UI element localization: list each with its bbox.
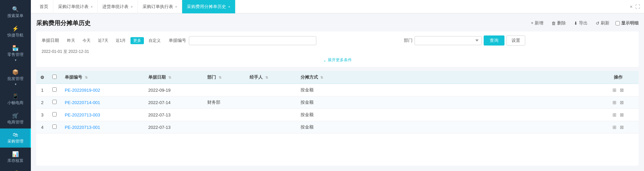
doc-num-link[interactable]: PE-20220713-001: [65, 125, 100, 130]
tab-close-icon[interactable]: ×: [91, 5, 93, 9]
arrow-icon: ▾: [15, 58, 16, 62]
sidebar-item-wholesale[interactable]: 📦批发管理 ▾: [0, 66, 31, 90]
more-ops-icon[interactable]: ⊠: [620, 112, 624, 117]
sort-dept-icon[interactable]: ⇅: [219, 76, 221, 79]
row-ops: ⊞ ⊠: [598, 84, 639, 96]
sidebar-item-label: 库存核算: [1, 158, 30, 164]
sidebar-item-inventory[interactable]: 📊库存核算: [0, 148, 31, 167]
row-checkbox[interactable]: [52, 87, 57, 92]
tab-purchase-order-stat[interactable]: 采购订单统计表×: [53, 0, 98, 13]
row-split-method: 按金额: [297, 109, 598, 121]
show-cols-checkbox[interactable]: 显示明细: [615, 20, 639, 26]
row-checkbox[interactable]: [52, 112, 57, 116]
more-ops-icon[interactable]: ⊠: [620, 87, 624, 93]
edit-icon[interactable]: ⊞: [612, 100, 616, 105]
window-close-icon[interactable]: ×: [630, 4, 633, 9]
date-btn-custom[interactable]: 自定义: [146, 37, 163, 44]
row-doc-num: PE-20220713-001: [61, 121, 144, 134]
sort-doc-date-icon[interactable]: ⇅: [168, 76, 171, 79]
doc-num-link[interactable]: PE-20220713-003: [65, 112, 100, 117]
page-title: 采购费用分摊单历史: [36, 19, 91, 27]
row-handler: [246, 121, 296, 134]
row-handler: [246, 96, 296, 109]
more-ops-icon[interactable]: ⊠: [620, 100, 624, 105]
window-max-icon[interactable]: ⛶: [635, 4, 640, 9]
main-area: 首页采购订单统计表×进货单统计表×采购订单执行表×采购费用分摊单历史× × ⛶ …: [31, 0, 644, 171]
row-dept: [203, 109, 246, 121]
tab-label: 采购费用分摊单历史: [187, 4, 226, 10]
sort-split-icon[interactable]: ⇅: [320, 76, 323, 79]
sidebar-item-purchase[interactable]: 🛍采购管理: [0, 129, 31, 148]
dept-filter: 部门 查询 设置: [404, 35, 633, 46]
row-checkbox[interactable]: [52, 100, 57, 104]
date-btn-more[interactable]: 更多: [130, 37, 144, 44]
export-button[interactable]: ⬇ 导出: [572, 19, 590, 27]
row-doc-date: 2022-09-19: [144, 84, 203, 96]
tab-label: 采购订单统计表: [58, 4, 89, 10]
sidebar-item-mobile[interactable]: 📱小畅电商: [0, 90, 31, 109]
filter-bar: 单据日期 昨天 今天 近7天 近1月 更多 自定义 单据编号 部门: [36, 31, 639, 67]
col-doc-date: 单据日期 ⇅: [144, 71, 203, 84]
table-container: ⚙ 单据编号 ⇅ 单据日期 ⇅ 部门: [36, 71, 639, 166]
show-cols-input[interactable]: [615, 21, 620, 25]
chevron-down-icon: ⌄: [323, 58, 326, 63]
more-ops-icon[interactable]: ⊠: [620, 124, 624, 130]
edit-icon[interactable]: ⊞: [612, 112, 616, 117]
date-btn-1month[interactable]: 近1月: [113, 37, 129, 44]
table-row: 3 PE-20220713-003 2022-07-13 按金额 ⊞ ⊠: [36, 109, 639, 121]
row-split-method: 按金额: [297, 84, 598, 96]
expand-row: ⌄ 展开更多条件: [42, 57, 633, 63]
date-btn-yesterday[interactable]: 昨天: [64, 37, 78, 44]
sort-doc-num-icon[interactable]: ⇅: [85, 76, 88, 79]
sidebar-item-quicknav[interactable]: ⚡快捷导航: [0, 22, 31, 41]
tab-label: 采购订单执行表: [143, 4, 173, 10]
dept-select[interactable]: [415, 36, 482, 45]
col-ops: 操作: [598, 71, 639, 84]
tab-goods-in-stat[interactable]: 进货单统计表×: [98, 0, 138, 13]
doc-num-filter: 单据编号: [169, 36, 398, 45]
table-row: 2 PE-20220714-001 2022-07-14 财务部 按金额 ⊞ ⊠: [36, 96, 639, 109]
col-dept: 部门 ⇅: [203, 71, 246, 84]
sidebar-item-label: 搜索菜单: [1, 13, 30, 19]
row-checkbox-cell: [48, 109, 61, 121]
tab-close-icon[interactable]: ×: [175, 5, 177, 9]
sidebar-item-finance[interactable]: 💰资金管理: [0, 167, 31, 171]
tab-home[interactable]: 首页: [35, 0, 53, 13]
date-range-text: 2022-01-01 至 2022-12-31: [42, 49, 89, 55]
tab-close-icon[interactable]: ×: [130, 5, 132, 9]
search-icon: 🔍: [1, 6, 30, 12]
row-checkbox[interactable]: [52, 124, 57, 129]
mobile-icon: 📱: [1, 93, 30, 99]
row-dept: [203, 84, 246, 96]
row-settings: 4: [36, 121, 48, 134]
sidebar-item-retail[interactable]: 🏪零售管理 ▾: [0, 41, 31, 66]
date-btn-today[interactable]: 今天: [80, 37, 93, 44]
row-checkbox-cell: [48, 84, 61, 96]
tab-close-icon[interactable]: ×: [228, 5, 230, 9]
delete-button[interactable]: 🗑 删除: [549, 19, 568, 27]
sidebar-item-search[interactable]: 🔍搜索菜单: [0, 3, 31, 22]
col-settings[interactable]: ⚙: [36, 71, 48, 84]
select-all-checkbox[interactable]: [52, 75, 57, 79]
row-handler: [246, 109, 296, 121]
settings-button[interactable]: 设置: [506, 35, 525, 46]
doc-num-link[interactable]: PE-20220919-002: [65, 88, 100, 93]
tab-purchase-fee-history[interactable]: 采购费用分摊单历史×: [182, 0, 235, 13]
row-handler: [246, 84, 296, 96]
wholesale-icon: 📦: [1, 69, 30, 75]
edit-icon[interactable]: ⊞: [612, 124, 616, 130]
sidebar-item-ecom[interactable]: 🛒电商管理: [0, 109, 31, 129]
row-doc-num: PE-20220919-002: [61, 84, 144, 96]
row-ops: ⊞ ⊠: [598, 109, 639, 121]
tab-purchase-order-exec[interactable]: 采购订单执行表×: [138, 0, 182, 13]
doc-num-input[interactable]: [189, 36, 316, 45]
date-btn-7days[interactable]: 近7天: [95, 37, 111, 44]
sort-handler-icon[interactable]: ⇅: [265, 76, 268, 79]
edit-icon[interactable]: ⊞: [612, 87, 616, 93]
refresh-button[interactable]: ↺ 刷新: [594, 19, 611, 27]
expand-button[interactable]: ⌄ 展开更多条件: [323, 57, 352, 63]
query-button[interactable]: 查询: [484, 35, 504, 46]
doc-num-link[interactable]: PE-20220714-001: [65, 100, 100, 105]
row-dept: [203, 121, 246, 134]
add-button[interactable]: + 新增: [529, 19, 545, 27]
